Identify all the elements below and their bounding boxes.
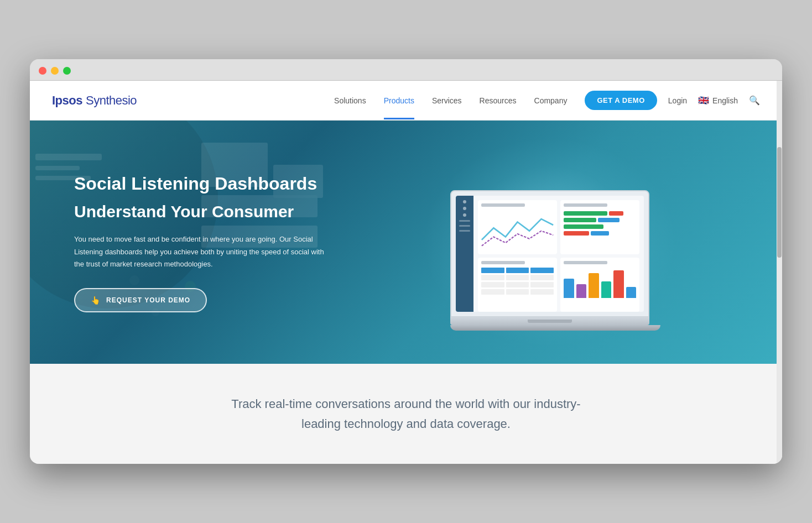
request-demo-button[interactable]: 👆 REQUEST YOUR DEMO xyxy=(74,288,207,312)
chart-panel-wave xyxy=(478,200,557,254)
scrollbar-thumb[interactable] xyxy=(777,147,782,258)
hero-subtitle: Understand Your Consumer xyxy=(74,201,362,222)
hero-visual xyxy=(362,154,738,331)
search-icon[interactable]: 🔍 xyxy=(749,95,760,106)
chart-panel-bars xyxy=(560,200,639,254)
browser-titlebar xyxy=(30,59,782,81)
chart-panel-bubble xyxy=(560,258,639,312)
nav-links: Solutions Products Services Resources Co… xyxy=(334,96,567,105)
laptop-screen-content xyxy=(456,196,644,312)
nav-products[interactable]: Products xyxy=(384,96,414,105)
language-selector[interactable]: 🇬🇧 English xyxy=(698,95,738,106)
logo-ipsos: Ipsos xyxy=(52,93,82,108)
sidebar-line-1 xyxy=(459,220,470,222)
hero-cta-label: REQUEST YOUR DEMO xyxy=(106,296,190,304)
laptop-device xyxy=(450,190,649,331)
scrollbar[interactable] xyxy=(777,81,782,463)
laptop-dashboard xyxy=(473,196,644,312)
nav-resources[interactable]: Resources xyxy=(480,96,517,105)
chart-title-bar-4 xyxy=(564,261,607,264)
chart-title-bar xyxy=(481,203,525,207)
laptop-base xyxy=(450,317,649,325)
laptop-sidebar xyxy=(456,196,473,312)
sidebar-line-2 xyxy=(459,225,470,227)
tagline-text: Track real-time conversations around the… xyxy=(212,394,600,433)
login-link[interactable]: Login xyxy=(668,96,687,105)
laptop-stand xyxy=(450,325,660,331)
sidebar-line-3 xyxy=(459,230,470,232)
nav-company[interactable]: Company xyxy=(534,96,568,105)
sidebar-dot-3 xyxy=(463,213,466,217)
chart-title-bar-2 xyxy=(564,203,607,207)
get-demo-button[interactable]: GET A DEMO xyxy=(585,91,657,110)
sidebar-dot-1 xyxy=(463,200,466,203)
hero-section: Social Listening Dashboards Understand Y… xyxy=(30,121,782,364)
nav-right-actions: GET A DEMO Login 🇬🇧 English 🔍 xyxy=(585,91,760,110)
minimize-button[interactable] xyxy=(51,67,59,75)
hero-title: Social Listening Dashboards xyxy=(74,172,362,196)
bg-rect-2 xyxy=(35,166,80,170)
laptop-illustration xyxy=(445,154,655,331)
maximize-button[interactable] xyxy=(63,67,71,75)
laptop-screen xyxy=(450,190,649,317)
language-label: English xyxy=(712,96,738,105)
chart-title-bar-3 xyxy=(481,261,525,264)
logo-synthesio: Synthesio xyxy=(86,93,137,108)
hero-content: Social Listening Dashboards Understand Y… xyxy=(74,172,362,312)
chart-panel-table xyxy=(478,258,557,312)
page-content: Ipsos Synthesio Solutions Products Servi… xyxy=(30,81,782,463)
sidebar-dot-2 xyxy=(463,207,466,210)
flag-icon: 🇬🇧 xyxy=(698,95,709,106)
wave-chart-svg xyxy=(481,210,554,249)
browser-window: Ipsos Synthesio Solutions Products Servi… xyxy=(30,59,782,463)
navbar: Ipsos Synthesio Solutions Products Servi… xyxy=(30,81,782,121)
nav-solutions[interactable]: Solutions xyxy=(334,96,366,105)
hero-description: You need to move fast and be confident i… xyxy=(74,233,329,270)
tagline-section: Track real-time conversations around the… xyxy=(30,364,782,463)
hand-icon: 👆 xyxy=(91,296,101,305)
site-logo[interactable]: Ipsos Synthesio xyxy=(52,93,137,108)
laptop-notch xyxy=(528,320,572,323)
nav-services[interactable]: Services xyxy=(432,96,462,105)
close-button[interactable] xyxy=(39,67,46,75)
bg-rect-1 xyxy=(35,154,102,160)
